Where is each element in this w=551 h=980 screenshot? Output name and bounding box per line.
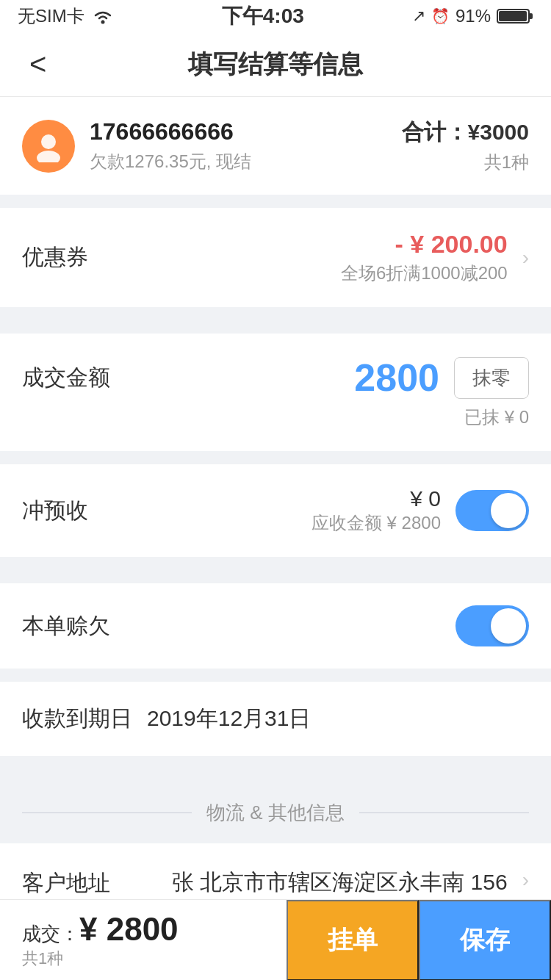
status-left: 无SIM卡 bbox=[18, 4, 114, 28]
amount-row: 成交金额 2800 抹零 bbox=[22, 356, 529, 400]
prereceive-toggle[interactable] bbox=[455, 490, 529, 531]
due-date-value: 2019年12月31日 bbox=[147, 704, 311, 734]
customer-left: 17666666666 欠款1276.35元, 现结 bbox=[22, 118, 251, 173]
svg-rect-2 bbox=[529, 13, 533, 19]
customer-row: 17666666666 欠款1276.35元, 现结 合计：¥3000 共1种 bbox=[0, 97, 551, 195]
battery-text: 91% bbox=[455, 6, 491, 26]
debit-toggle[interactable] bbox=[455, 605, 529, 646]
svg-rect-3 bbox=[499, 11, 527, 21]
bottom-left: 成交： ¥ 2800 共1种 bbox=[0, 911, 287, 970]
svg-point-4 bbox=[41, 134, 56, 149]
prereceive-row: 冲预收 ¥ 0 应收金额 ¥ 2800 bbox=[22, 486, 529, 535]
page-title: 填写结算等信息 bbox=[188, 48, 363, 82]
coupon-row[interactable]: 优惠券 - ¥ 200.00 全场6折满1000减200 › bbox=[0, 208, 551, 307]
address-chevron-icon: › bbox=[522, 865, 529, 892]
back-icon: < bbox=[29, 48, 46, 80]
due-date-label: 收款到期日 bbox=[22, 704, 132, 734]
coupon-right: - ¥ 200.00 全场6折满1000减200 bbox=[341, 230, 508, 285]
address-label: 客户地址 bbox=[22, 865, 110, 898]
logistics-line-left bbox=[22, 813, 192, 813]
deal-amount-label: 成交金额 bbox=[22, 363, 110, 393]
customer-sub-info: 欠款1276.35元, 现结 bbox=[90, 150, 251, 173]
debit-toggle-knob bbox=[491, 608, 526, 644]
coupon-value: - ¥ 200.00 bbox=[395, 230, 508, 259]
section-divider-1 bbox=[0, 320, 551, 334]
coupon-label: 优惠券 bbox=[22, 242, 88, 273]
svg-point-5 bbox=[37, 151, 60, 162]
round-btn[interactable]: 抹零 bbox=[454, 357, 529, 399]
prereceive-section: 冲预收 ¥ 0 应收金额 ¥ 2800 bbox=[0, 464, 551, 557]
debit-label: 本单赊欠 bbox=[22, 611, 110, 641]
save-button[interactable]: 保存 bbox=[419, 900, 551, 981]
avatar-icon bbox=[32, 130, 65, 162]
coupon-subtext: 全场6折满1000减200 bbox=[341, 262, 508, 285]
prereceive-toggle-knob bbox=[491, 493, 526, 528]
deal-amount-section: 成交金额 2800 抹零 已抹 ¥ 0 bbox=[0, 334, 551, 451]
location-icon: ↗ bbox=[412, 7, 425, 26]
section-divider-2 bbox=[0, 570, 551, 583]
bottom-deal-label: 成交： bbox=[22, 921, 79, 947]
prereceive-right: ¥ 0 应收金额 ¥ 2800 bbox=[311, 486, 529, 535]
logistics-label: 物流 & 其他信息 bbox=[206, 800, 345, 826]
bottom-deal-amount: ¥ 2800 bbox=[79, 911, 179, 948]
status-right: ↗ ⏰ 91% bbox=[412, 6, 533, 26]
no-sim-text: 无SIM卡 bbox=[18, 4, 84, 28]
status-time: 下午4:03 bbox=[222, 2, 304, 30]
wifi-icon bbox=[92, 8, 114, 24]
section-divider-3 bbox=[0, 769, 551, 782]
prereceive-amount: ¥ 0 应收金额 ¥ 2800 bbox=[311, 486, 441, 535]
prereceive-sub-value: 应收金额 ¥ 2800 bbox=[311, 511, 441, 535]
coupon-chevron-icon: › bbox=[522, 246, 529, 270]
debit-section: 本单赊欠 bbox=[0, 583, 551, 669]
deal-amount-value: 2800 bbox=[354, 356, 439, 400]
customer-info: 17666666666 欠款1276.35元, 现结 bbox=[90, 118, 251, 173]
svg-point-0 bbox=[101, 21, 104, 24]
battery-icon bbox=[497, 7, 533, 26]
deal-amount-sub: 已抹 ¥ 0 bbox=[22, 406, 529, 429]
back-button[interactable]: < bbox=[22, 40, 54, 88]
status-bar: 无SIM卡 下午4:03 ↗ ⏰ 91% bbox=[0, 0, 551, 32]
customer-total: 合计：¥3000 共1种 bbox=[402, 118, 529, 174]
hang-order-button[interactable]: 挂单 bbox=[287, 900, 419, 981]
total-amount: 合计：¥3000 bbox=[402, 118, 529, 148]
logistics-header: 物流 & 其他信息 bbox=[0, 782, 551, 843]
logistics-line-right bbox=[359, 813, 529, 813]
bottom-deal-count: 共1种 bbox=[22, 948, 264, 970]
content: 17666666666 欠款1276.35元, 现结 合计：¥3000 共1种 … bbox=[0, 97, 551, 980]
prereceive-label: 冲预收 bbox=[22, 496, 88, 526]
alarm-icon: ⏰ bbox=[431, 7, 450, 25]
avatar bbox=[22, 120, 75, 173]
prereceive-main-value: ¥ 0 bbox=[311, 486, 441, 511]
customer-phone: 17666666666 bbox=[90, 118, 251, 145]
due-date-section: 收款到期日 2019年12月31日 bbox=[0, 682, 551, 756]
amount-right: 2800 抹零 bbox=[354, 356, 529, 400]
total-count: 共1种 bbox=[402, 151, 529, 174]
bottom-bar: 成交： ¥ 2800 共1种 挂单 保存 bbox=[0, 899, 551, 980]
nav-bar: < 填写结算等信息 bbox=[0, 32, 551, 97]
